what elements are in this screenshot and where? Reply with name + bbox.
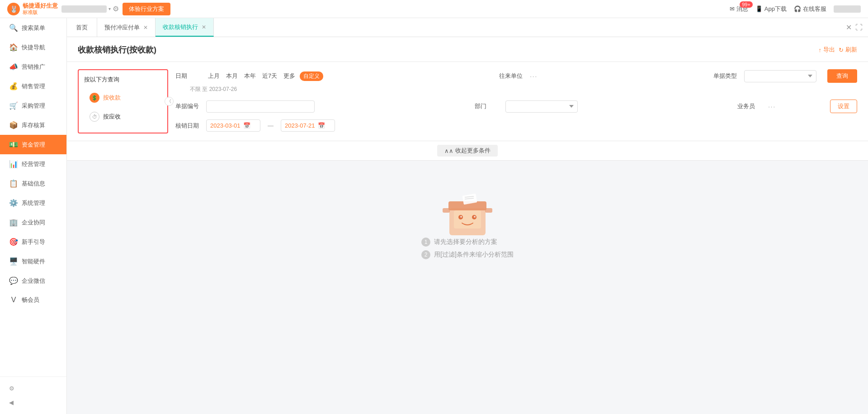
main-layout: 🔍 搜索菜单 🏠 快捷导航 📣 营销推广 💰 销售管理 🛒 采购管理 📦 库存核… <box>0 18 868 414</box>
empty-state-illustration <box>440 188 495 238</box>
filter-collapse-button[interactable]: 《 <box>165 97 174 106</box>
sidebar-item-enterprise[interactable]: 🏢 企业协同 <box>0 213 66 232</box>
calendar-end-icon: 📅 <box>318 122 325 129</box>
online-service-button[interactable]: 🎧 在线客服 <box>794 5 826 13</box>
topbar-gear-icon[interactable]: ⚙ <box>113 5 119 13</box>
tab-prepay[interactable]: 预付冲应付单 ✕ <box>97 18 156 37</box>
sidebar-collapse-button[interactable]: ◀ <box>0 395 66 409</box>
sidebar-settings-button[interactable]: ⚙ <box>0 381 66 395</box>
refresh-icon: ↻ <box>839 47 844 53</box>
sidebar-collapse-icon: ◀ <box>9 399 14 406</box>
sidebar-item-guide[interactable]: 🎯 新手引导 <box>0 232 66 252</box>
topbar-left: 🐰 畅捷通好生意 标准版 ▾ ⚙ 体验行业方案 <box>7 2 170 15</box>
filter-row-3: 核销日期 2023-03-01 📅 — 2023-07-21 📅 <box>175 119 857 132</box>
export-button[interactable]: ↑ 导出 <box>819 46 835 54</box>
member-icon: V <box>9 296 18 304</box>
filter-row-1: 日期 上月 本月 本年 近7天 更多 自定义 往来单位 ··· <box>175 69 857 83</box>
message-icon: ✉ <box>730 5 735 12</box>
settings-button[interactable]: 设置 <box>830 100 857 113</box>
page-content: 收款核销执行(按收款) ↑ 导出 ↻ 刷新 按以下方查询 <box>67 37 868 414</box>
close-window-icon[interactable]: ✕ <box>846 23 852 32</box>
sidebar-item-basic-info[interactable]: 📋 基础信息 <box>0 174 66 193</box>
verify-date-end-picker[interactable]: 2023-07-21 📅 <box>281 119 335 132</box>
operations-icon: 📊 <box>9 160 18 168</box>
search-icon: 🔍 <box>9 24 18 32</box>
marketing-icon: 📣 <box>9 62 18 71</box>
sidebar-item-search-menu[interactable]: 🔍 搜索菜单 <box>0 18 66 38</box>
app-edition: 标准版 <box>23 10 58 15</box>
staff-dots[interactable]: ··· <box>768 103 776 110</box>
topbar: 🐰 畅捷通好生意 标准版 ▾ ⚙ 体验行业方案 ✉ 消息 99+ 📱 App下载… <box>0 0 868 18</box>
date-opt-this-year[interactable]: 本年 <box>242 71 258 81</box>
sidebar-item-quick-nav[interactable]: 🏠 快捷导航 <box>0 38 66 57</box>
user-avatar-blurred <box>834 5 861 13</box>
hint-num-1: 1 <box>421 238 430 247</box>
sidebar-item-hardware[interactable]: 🖥️ 智能硬件 <box>0 252 66 271</box>
sidebar-item-sales[interactable]: 💰 销售管理 <box>0 76 66 96</box>
verify-date-start-picker[interactable]: 2023-03-01 📅 <box>206 119 260 132</box>
sidebar-item-purchase[interactable]: 🛒 采购管理 <box>0 96 66 115</box>
headset-icon: 🎧 <box>794 5 801 12</box>
filter-panel: 按以下方查询 💲 按收款 ⏱ 按应收 《 日期 <box>67 62 868 141</box>
hardware-icon: 🖥️ <box>9 257 18 266</box>
date-opt-more[interactable]: 更多 <box>282 71 297 81</box>
message-button[interactable]: ✉ 消息 99+ <box>730 5 748 13</box>
page-header: 收款核销执行(按收款) ↑ 导出 ↻ 刷新 <box>67 37 868 62</box>
sales-icon: 💰 <box>9 82 18 90</box>
sidebar-item-operations[interactable]: 📊 经营管理 <box>0 154 66 174</box>
filter-sidebar-title: 按以下方查询 <box>84 76 162 84</box>
date-opt-7days[interactable]: 近7天 <box>260 71 279 81</box>
date-range-hint: 不限 至 2023-07-26 <box>190 86 237 92</box>
sidebar-item-member[interactable]: V 畅会员 <box>0 290 66 309</box>
purchase-icon: 🛒 <box>9 101 18 110</box>
filter-sidebar: 按以下方查询 💲 按收款 ⏱ 按应收 《 <box>78 69 168 133</box>
doc-type-select[interactable] <box>744 70 816 82</box>
by-receipt-icon: 💲 <box>90 93 99 103</box>
app-logo: 🐰 畅捷通好生意 标准版 <box>7 2 58 15</box>
app-download-button[interactable]: 📱 App下载 <box>755 5 787 13</box>
collapse-more-button[interactable]: ∧∧ 收起更多条件 <box>437 145 498 157</box>
guide-icon: 🎯 <box>9 238 18 246</box>
collapse-more-bar: ∧∧ 收起更多条件 <box>67 141 868 161</box>
refresh-button[interactable]: ↻ 刷新 <box>839 46 857 54</box>
tab-collect[interactable]: 收款核销执行 ✕ <box>156 18 214 37</box>
solution-button[interactable]: 体验行业方案 <box>123 3 170 15</box>
tab-close-prepay[interactable]: ✕ <box>143 24 148 31</box>
message-badge: 99+ <box>740 1 753 8</box>
expand-window-icon[interactable]: ⛶ <box>855 24 863 32</box>
counterpart-label: 往来单位 <box>499 72 523 80</box>
export-icon: ↑ <box>819 47 822 53</box>
sidebar-item-wechat[interactable]: 💬 企业微信 <box>0 271 66 290</box>
date-label: 日期 <box>175 72 199 80</box>
sidebar-settings-icon: ⚙ <box>9 385 14 392</box>
filter-row-2: 单据编号 部门 业务员 ··· 设置 <box>175 100 857 113</box>
doc-number-input[interactable] <box>206 100 315 113</box>
doc-number-label: 单据编号 <box>175 102 199 110</box>
department-select[interactable] <box>505 100 578 113</box>
date-hint-row: 不限 至 2023-07-26 <box>190 86 857 93</box>
filter-option-by-receipt[interactable]: 💲 按收款 <box>84 89 162 106</box>
counterpart-dots[interactable]: ··· <box>530 73 538 80</box>
system-icon: ⚙️ <box>9 199 18 207</box>
query-button[interactable]: 查询 <box>827 69 857 83</box>
sidebar-item-system[interactable]: ⚙️ 系统管理 <box>0 193 66 213</box>
basic-info-icon: 📋 <box>9 179 18 188</box>
sidebar-item-inventory[interactable]: 📦 库存核算 <box>0 115 66 135</box>
doc-type-label: 单据类型 <box>713 72 737 80</box>
enterprise-icon: 🏢 <box>9 218 18 227</box>
sidebar-item-finance[interactable]: 💵 资金管理 <box>0 135 66 154</box>
date-options: 上月 本月 本年 近7天 更多 自定义 <box>206 71 323 81</box>
date-opt-last-month[interactable]: 上月 <box>206 71 222 81</box>
filter-actions-2: 设置 <box>826 100 857 113</box>
date-opt-this-month[interactable]: 本月 <box>224 71 240 81</box>
topbar-right: ✉ 消息 99+ 📱 App下载 🎧 在线客服 <box>730 5 861 13</box>
tab-home[interactable]: 首页 <box>67 18 97 37</box>
svg-point-5 <box>460 216 462 218</box>
date-opt-custom[interactable]: 自定义 <box>300 71 323 81</box>
finance-icon: 💵 <box>9 140 18 149</box>
filter-form: 日期 上月 本月 本年 近7天 更多 自定义 往来单位 ··· <box>175 69 857 133</box>
tab-close-collect[interactable]: ✕ <box>202 24 206 30</box>
topbar-chevron-icon[interactable]: ▾ <box>108 6 111 11</box>
sidebar-item-marketing[interactable]: 📣 营销推广 <box>0 57 66 76</box>
filter-option-by-receivable[interactable]: ⏱ 按应收 <box>84 108 162 125</box>
